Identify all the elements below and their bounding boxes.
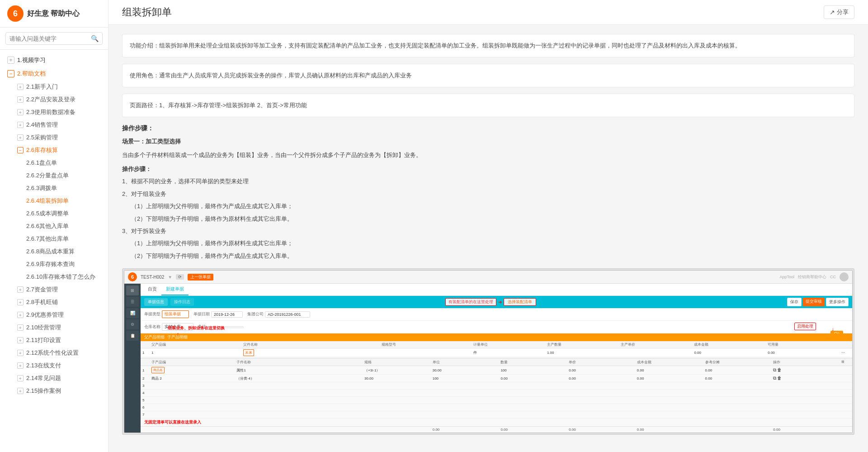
search-icon[interactable]: 🔍 (91, 35, 99, 42)
orange-bar-label1: 父产品明细 (144, 334, 165, 340)
row1-cost: 0.00 (694, 351, 768, 355)
tot-extra (841, 428, 850, 432)
path-box: 页面路径：1、库存核算->库存管理->组装拆卸单 2、首页->常用功能 (122, 94, 854, 117)
nav-item-2-5[interactable]: + 2.5采购管理 (17, 131, 108, 144)
sim-nav-icon-3: 📊 (126, 308, 139, 318)
sim-form-area: 自贡 新建单据 单据信息 操作日志 有装配清单的在这里处理 ➜ (141, 284, 852, 433)
nav-item-2-4[interactable]: + 2.4销售管理 (17, 119, 108, 131)
lr2-cost: 0.00 (637, 376, 705, 381)
row1-available: 0.00 (768, 351, 841, 355)
search-box[interactable]: 🔍 (5, 32, 103, 45)
nav-item-2[interactable]: − 2.帮助文档 (0, 67, 108, 81)
scene1-title: 场景一：加工类型选择 (122, 136, 854, 147)
sim-table-header-upper: 父产品编 父件名称 规格型号 计量单位 主产数量 主产单价 成本金额 可用量 (141, 341, 852, 348)
sim-btn-save[interactable]: 保存 (787, 298, 802, 306)
sim-refresh-icon: ⟳ (176, 274, 184, 280)
col-available: 可用量 (768, 342, 841, 347)
nav-item-2-6-9[interactable]: 2.6.9库存账本查询 (26, 258, 108, 271)
tot-check (142, 428, 151, 432)
lcol-c6: 单价 (569, 360, 637, 365)
nav-item-2-6-3[interactable]: 2.6.3调拨单 (26, 182, 108, 195)
nav-item-2-2[interactable]: + 2.2产品安装及登录 (17, 93, 108, 106)
sim-nav-icon-1: ⊞ (126, 285, 139, 295)
annotation-direct-input-text: 无固定清单可以直接在这里录入 (141, 419, 205, 426)
nav-sub-group-2-6: − 2.6库存核算 2.6.1盘点单 2.6.2分量盘点单 2.6.3调拨单 2… (17, 144, 108, 283)
sim-lower-row6: 6 (141, 404, 852, 411)
sim-date-input[interactable]: 2019-12-26 (211, 311, 243, 318)
sim-table-header-lower: 子产品编 子件名称 规格 单位 数量 单价 成本金额 参考分摊 操作 ⊞ (141, 359, 852, 366)
nav-sub-group-2-8: + 2.8手机旺铺 (17, 296, 108, 309)
lr1-qty: 100 (500, 368, 569, 372)
nav-item-2-9[interactable]: + 2.9优惠券管理 (17, 309, 108, 321)
nav-item-2-8[interactable]: + 2.8手机旺铺 (17, 296, 108, 309)
sim-btn-more[interactable]: 更多操作 (826, 298, 849, 306)
lcol-c1: 子产品编 (151, 360, 236, 365)
expand-icon-2-12: + (17, 350, 24, 356)
step3-1: （1）上部明细为父件明细，最终作为原材料生成其它出库单； (131, 238, 854, 248)
sim-form-tab-log[interactable]: 操作日志 (170, 298, 194, 306)
nav-item-2-14[interactable]: + 2.14常见问题 (17, 372, 108, 385)
nav-item-2-12[interactable]: + 2.12系统个性化设置 (17, 347, 108, 359)
col-parent-name: 父件名称 (243, 342, 381, 347)
nav-item-2-6-7[interactable]: 2.6.7其他出库单 (26, 233, 108, 245)
sim-btn-submit[interactable]: 提交审核 (803, 298, 825, 306)
main-content: 功能介绍：组装拆卸单用来处理企业组装或拆卸等加工业务，支持有固定装配清单的产品加… (108, 25, 868, 452)
nav-sub-group-2-11: + 2.11打印设置 (17, 334, 108, 347)
nav-item-2-6-4[interactable]: 2.6.4组装拆卸单 (26, 195, 108, 207)
annotation-enable: 启用处理 (794, 323, 816, 330)
share-button[interactable]: ↗ 分享 (824, 5, 854, 19)
expand-icon-2-4: + (17, 122, 24, 128)
sim-lower-row2: 2 商品 2 （分类·4） 30.00 100 0.00 0.00 0.00 0… (141, 375, 852, 382)
lr1-del-icon[interactable]: 🗑 (777, 367, 782, 373)
intro-box: 功能介绍：组装拆卸单用来处理企业组装或拆卸等加工业务，支持有固定装配清单的产品加… (122, 34, 854, 57)
sim-type-input[interactable]: 组装单据 (162, 310, 189, 318)
nav-item-2-6-2[interactable]: 2.6.2分量盘点单 (26, 169, 108, 182)
lr2-del-icon[interactable]: 🗑 (777, 376, 782, 381)
nav-item-2-15[interactable]: + 2.15操作案例 (17, 385, 108, 397)
expand-icon-2-14: + (17, 375, 24, 381)
sim-body: ⊞ ☰ 📊 ⚙ 📋 自贡 新建单据 (124, 284, 852, 433)
nav-item-2-10[interactable]: + 2.10经营管理 (17, 321, 108, 334)
tot-c3 (364, 428, 433, 432)
sim-num-input[interactable]: AD-20191226-001 (265, 311, 310, 318)
sim-nav-icon-5: 📋 (126, 331, 139, 341)
nav-item-2-6-8[interactable]: 2.6.8商品成本重算 (26, 245, 108, 258)
search-input[interactable] (9, 35, 91, 42)
nav-item-2-7[interactable]: + 2.7资金管理 (17, 283, 108, 296)
tot-price: 0.00 (569, 428, 637, 432)
lr1-cost: 0.00 (637, 368, 705, 372)
col-actions (841, 342, 850, 347)
expand-icon-2-8: + (17, 299, 24, 305)
annotation-direct-input-area: 无固定清单可以直接在这里录入 (141, 419, 852, 426)
nav-item-2-1[interactable]: + 2.1新手入门 (17, 81, 108, 93)
sim-left-nav: ⊞ ☰ 📊 ⚙ 📋 (124, 284, 141, 433)
expand-icon-2-3: + (17, 109, 24, 115)
lr2-copy-icon[interactable]: ⧉ (773, 376, 776, 381)
lr2-unit: 100 (433, 376, 501, 381)
nav-item-2-6[interactable]: − 2.6库存核算 (17, 144, 108, 157)
nav-item-2-13[interactable]: + 2.13在线支付 (17, 359, 108, 372)
lr1-orange-field[interactable]: 商品名 (151, 367, 165, 373)
lr1-alloc: 0.00 (705, 368, 774, 372)
nav-item-2-6-5[interactable]: 2.6.5成本调整单 (26, 207, 108, 220)
sidebar: 6 好生意 帮助中心 🔍 + 1.视频学习 − 2.帮助文档 (0, 0, 108, 452)
nav-sub-group-2-12: + 2.12系统个性化设置 (17, 347, 108, 359)
steps-title: 操作步骤： (122, 164, 854, 174)
lr2-ops: ⧉ 🗑 (773, 376, 841, 381)
nav-item-2-11[interactable]: + 2.11打印设置 (17, 334, 108, 347)
nav-item-2-3[interactable]: + 2.3使用前数据准备 (17, 106, 108, 119)
lr2-name: （分类·4） (236, 376, 364, 381)
row1-orange-input[interactable]: 未来 (243, 349, 254, 356)
sim-lower-row5: 5 (141, 397, 852, 404)
nav-item-1[interactable]: + 1.视频学习 (0, 53, 108, 67)
row1-name: 未来 (243, 349, 381, 356)
lr1-copy-icon[interactable]: ⧉ (773, 367, 776, 373)
lr1-price: 0.00 (569, 368, 637, 372)
sim-bom-selector[interactable]: 选择装配清单 (504, 298, 536, 306)
nav-item-2-6-6[interactable]: 2.6.6其他入库单 (26, 220, 108, 233)
nav-item-2-6-10[interactable]: 2.6.10库存账本错了怎么办 (26, 271, 108, 283)
sim-form-tab-info[interactable]: 单据信息 (144, 298, 168, 306)
nav-group-1: + 1.视频学习 (0, 53, 108, 67)
scene1-desc: 当由多个子件材料组装成一个成品的业务为【组装】业务，当由一个父件拆分成多个子产品… (122, 150, 854, 160)
nav-item-2-6-1[interactable]: 2.6.1盘点单 (26, 157, 108, 169)
